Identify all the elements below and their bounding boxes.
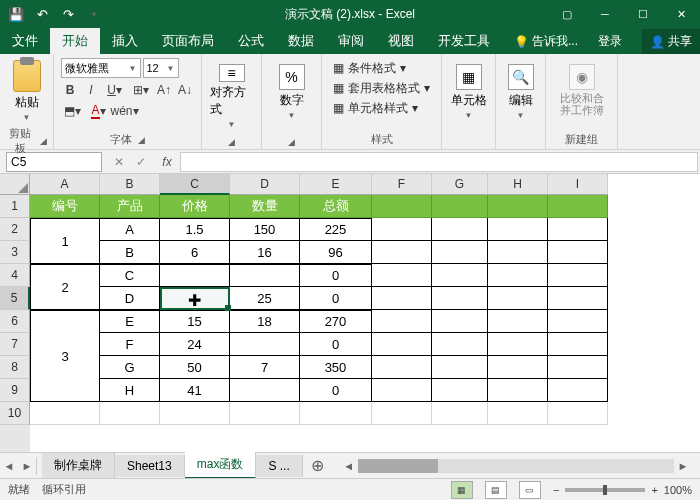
dialog-launcher-icon[interactable]: ◢	[228, 137, 235, 147]
cell[interactable]	[548, 402, 608, 425]
cell[interactable]: 1.5	[160, 218, 230, 241]
row-header[interactable]: 1	[0, 195, 30, 218]
cell[interactable]	[548, 287, 608, 310]
cell[interactable]	[432, 287, 488, 310]
tab-home[interactable]: 开始	[50, 28, 100, 54]
cell[interactable]	[432, 333, 488, 356]
cell[interactable]	[548, 333, 608, 356]
cell[interactable]	[372, 356, 432, 379]
save-icon[interactable]: 💾	[4, 2, 28, 26]
cell[interactable]	[488, 195, 548, 218]
phonetic-button[interactable]: wén▾	[113, 101, 137, 120]
cell[interactable]	[372, 241, 432, 264]
italic-button[interactable]: I	[82, 80, 101, 99]
cell[interactable]: 270	[300, 310, 372, 333]
page-break-view-button[interactable]: ▭	[519, 481, 541, 499]
row-header[interactable]: 7	[0, 333, 30, 356]
cells[interactable]: 编号 产品 价格 数量 总额 1A1.5150225B616962C0D2503…	[30, 195, 700, 425]
cell[interactable]	[160, 287, 230, 310]
decrease-font-button[interactable]: A↓	[176, 80, 195, 99]
cell[interactable]: D	[100, 287, 160, 310]
cell[interactable]: 0	[300, 287, 372, 310]
zoom-slider[interactable]	[565, 488, 645, 492]
tab-view[interactable]: 视图	[376, 28, 426, 54]
cell[interactable]	[488, 379, 548, 402]
cell[interactable]	[548, 195, 608, 218]
cell[interactable]	[488, 310, 548, 333]
formula-bar[interactable]	[180, 152, 698, 172]
cell[interactable]	[488, 402, 548, 425]
cell[interactable]	[548, 379, 608, 402]
cell[interactable]	[488, 218, 548, 241]
dialog-launcher-icon[interactable]: ◢	[40, 136, 47, 146]
paste-button[interactable]: 粘贴 ▼	[11, 58, 43, 124]
zoom-level[interactable]: 100%	[664, 484, 692, 496]
tab-layout[interactable]: 页面布局	[150, 28, 226, 54]
col-header[interactable]: H	[488, 174, 548, 195]
tab-insert[interactable]: 插入	[100, 28, 150, 54]
sheet-tab[interactable]: Sheet13	[115, 455, 185, 477]
cell[interactable]: 价格	[160, 195, 230, 218]
cell[interactable]: 150	[230, 218, 300, 241]
cell[interactable]: 0	[300, 379, 372, 402]
tab-review[interactable]: 审阅	[326, 28, 376, 54]
cell[interactable]	[230, 402, 300, 425]
cell[interactable]	[548, 264, 608, 287]
tab-nav-prev-icon[interactable]: ◄	[0, 455, 18, 477]
cell[interactable]: 25	[230, 287, 300, 310]
row-header[interactable]: 4	[0, 264, 30, 287]
col-header[interactable]: G	[432, 174, 488, 195]
cell[interactable]	[372, 402, 432, 425]
cell[interactable]	[372, 264, 432, 287]
cell[interactable]: 16	[230, 241, 300, 264]
bold-button[interactable]: B	[61, 80, 80, 99]
cell[interactable]: 产品	[100, 195, 160, 218]
redo-icon[interactable]: ↷	[56, 2, 80, 26]
cell[interactable]	[372, 379, 432, 402]
login-link[interactable]: 登录	[590, 29, 630, 54]
minimize-icon[interactable]: ─	[586, 0, 624, 28]
font-size-select[interactable]: 12▼	[143, 58, 179, 78]
row-header[interactable]: 9	[0, 379, 30, 402]
format-table-button[interactable]: ▦ 套用表格格式 ▾	[333, 78, 430, 98]
cell[interactable]	[488, 241, 548, 264]
col-header[interactable]: E	[300, 174, 372, 195]
cell[interactable]: 7	[230, 356, 300, 379]
col-header[interactable]: D	[230, 174, 300, 195]
cell[interactable]: 6	[160, 241, 230, 264]
add-sheet-button[interactable]: ⊕	[303, 456, 332, 475]
increase-font-button[interactable]: A↑	[155, 80, 174, 99]
select-all-corner[interactable]	[0, 174, 30, 195]
sheet-tab[interactable]: 制作桌牌	[42, 453, 115, 478]
col-header[interactable]: A	[30, 174, 100, 195]
conditional-format-button[interactable]: ▦ 条件格式 ▾	[333, 58, 430, 78]
font-name-select[interactable]: 微软雅黑▼	[61, 58, 141, 78]
undo-icon[interactable]: ↶	[30, 2, 54, 26]
cell[interactable]	[548, 310, 608, 333]
cell[interactable]	[488, 287, 548, 310]
cell[interactable]	[100, 402, 160, 425]
cell[interactable]	[548, 218, 608, 241]
cell[interactable]: 0	[300, 333, 372, 356]
sheet-tab[interactable]: S ...	[256, 455, 302, 477]
enter-formula-icon[interactable]: ✓	[130, 152, 152, 172]
tab-formulas[interactable]: 公式	[226, 28, 276, 54]
cell[interactable]	[488, 356, 548, 379]
cell[interactable]: 96	[300, 241, 372, 264]
editing-button[interactable]: 🔍 编辑▼	[499, 58, 543, 120]
border-button[interactable]: ⊞▾	[129, 80, 153, 99]
cell[interactable]	[432, 218, 488, 241]
cell[interactable]	[160, 264, 230, 287]
cell[interactable]	[432, 379, 488, 402]
horizontal-scrollbar[interactable]: ◄►	[340, 455, 692, 477]
tell-me[interactable]: 💡告诉我...	[502, 29, 590, 54]
cell[interactable]	[432, 264, 488, 287]
page-layout-view-button[interactable]: ▤	[485, 481, 507, 499]
cancel-formula-icon[interactable]: ✕	[108, 152, 130, 172]
zoom-in-icon[interactable]: +	[651, 484, 657, 496]
tab-file[interactable]: 文件	[0, 28, 50, 54]
row-header[interactable]: 2	[0, 218, 30, 241]
cell[interactable]: 15	[160, 310, 230, 333]
cells-button[interactable]: ▦ 单元格▼	[447, 58, 491, 120]
fill-color-button[interactable]: ⬒▾	[61, 101, 85, 120]
